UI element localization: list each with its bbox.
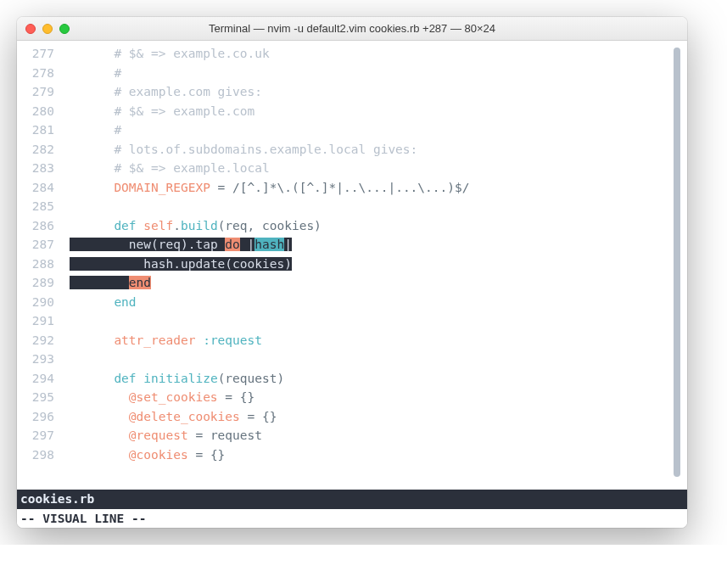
line-number: 297 [17, 426, 70, 445]
line-number: 298 [17, 445, 70, 465]
line-number: 283 [17, 159, 70, 178]
minimize-icon[interactable] [42, 24, 53, 34]
code-line: 278 # [17, 64, 687, 83]
code-line: 281 # [17, 120, 687, 140]
status-bar: cookies.rb [17, 490, 687, 509]
line-number: 278 [17, 64, 70, 83]
line-number: 286 [17, 216, 70, 236]
line-number: 287 [17, 235, 70, 255]
code-line: 292 attr_reader :request [17, 331, 687, 350]
code-line-selected: 289 end [17, 273, 687, 293]
line-number: 295 [17, 388, 70, 407]
code-line: 280 # $& => example.com [17, 102, 687, 121]
line-number: 277 [17, 44, 70, 64]
line-number: 281 [17, 120, 70, 140]
code-line: 277 # $& => example.co.uk [17, 44, 687, 64]
line-number: 290 [17, 293, 70, 312]
close-icon[interactable] [25, 24, 36, 34]
window-title: Terminal — nvim -u default2.vim cookies.… [25, 22, 679, 35]
code-line: 285 [17, 197, 687, 216]
code-line: 290 end [17, 293, 687, 312]
terminal-area[interactable]: 277 # $& => example.co.uk 278 # 279 # ex… [17, 41, 687, 528]
line-number: 285 [17, 197, 70, 216]
line-number: 279 [17, 82, 70, 102]
line-number: 294 [17, 369, 70, 389]
code-line: 282 # lots.of.subdomains.example.local g… [17, 140, 687, 160]
scrollbar[interactable] [674, 48, 680, 477]
code-line: 284 DOMAIN_REGEXP = /[^.]*\.([^.]*|..\..… [17, 178, 687, 198]
code-line: 296 @delete_cookies = {} [17, 407, 687, 427]
line-number: 296 [17, 407, 70, 427]
code-line: 293 [17, 350, 687, 369]
line-number: 292 [17, 331, 70, 350]
code-line: 295 @set_cookies = {} [17, 388, 687, 407]
line-number: 282 [17, 140, 70, 160]
code-line: 286 def self.build(req, cookies) [17, 216, 687, 236]
titlebar[interactable]: Terminal — nvim -u default2.vim cookies.… [17, 17, 687, 41]
code-line: 298 @cookies = {} [17, 445, 687, 465]
line-number: 293 [17, 350, 70, 369]
code-line: 294 def initialize(request) [17, 369, 687, 389]
line-number: 291 [17, 311, 70, 331]
zoom-icon[interactable] [59, 24, 70, 34]
mode-line: -- VISUAL LINE -- [17, 509, 687, 529]
line-number: 289 [17, 273, 70, 293]
code-line: 297 @request = request [17, 426, 687, 445]
traffic-lights [25, 24, 70, 34]
terminal-window: Terminal — nvim -u default2.vim cookies.… [17, 17, 687, 528]
code-line-selected: 288 hash.update(cookies) [17, 255, 687, 274]
code-line: 283 # $& => example.local [17, 159, 687, 178]
code-line: 291 [17, 311, 687, 331]
code-area[interactable]: 277 # $& => example.co.uk 278 # 279 # ex… [17, 41, 687, 464]
line-number: 288 [17, 255, 70, 274]
code-line: 279 # example.com gives: [17, 82, 687, 102]
code-line-selected: 287 new(req).tap do |hash| [17, 235, 687, 255]
line-number: 284 [17, 178, 70, 198]
line-number: 280 [17, 102, 70, 121]
